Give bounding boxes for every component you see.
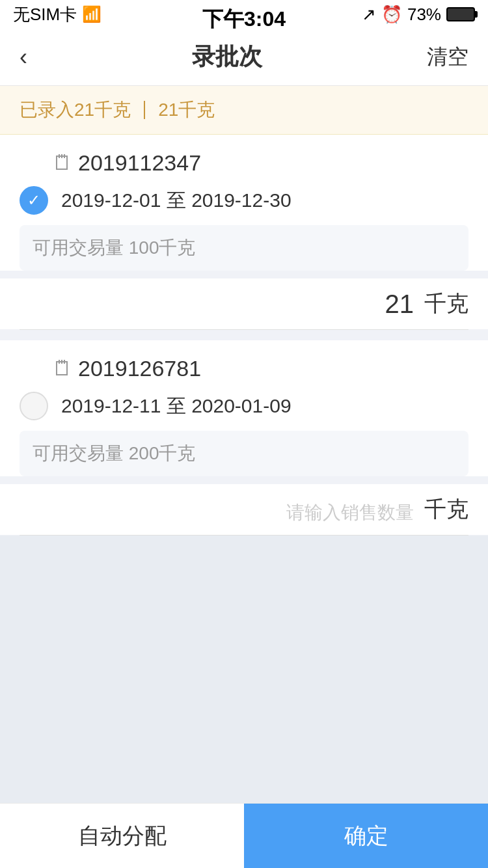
battery-text: 73% [407,5,441,25]
batch-card-2: 🗒 2019126781 2019-12-11 至 2020-01-09 可用交… [0,340,488,476]
nav-bar: ‹ 录批次 清空 [0,29,488,86]
batch-header-1: 🗒 2019112347 [0,135,488,181]
wifi-icon: 📶 [82,5,102,23]
batch-qty-label-1: 可用交易量 100千克 [33,236,196,260]
input-row-1: 千克 [0,278,488,329]
batch-id-2: 2019126781 [78,356,201,381]
batch-id-1: 2019112347 [78,150,201,176]
alarm-icon: ⏰ [381,5,402,25]
batch-qty-row-2: 可用交易量 200千克 [20,431,468,476]
section-sep-1 [0,330,488,340]
info-divider [144,101,145,119]
recorded-amount: 已录入21千克 [20,98,131,122]
page-title: 录批次 [192,41,262,73]
batch-date-1: 2019-12-01 至 2019-12-30 [61,187,291,214]
batch-date-2: 2019-12-11 至 2020-01-09 [61,393,291,420]
carrier-text: 无SIM卡 [13,3,77,26]
batch-row-2: 2019-12-11 至 2020-01-09 [0,387,488,426]
input-row-2: 千克 [0,484,488,535]
back-button[interactable]: ‹ [20,44,27,71]
batch-card-1: 🗒 2019112347 2019-12-01 至 2019-12-30 可用交… [0,135,488,271]
battery-icon [446,7,475,21]
qty-unit-2: 千克 [424,495,468,524]
gray-filler [0,536,488,848]
clear-button[interactable]: 清空 [427,43,468,72]
status-right: ↗ ⏰ 73% [362,5,475,25]
batch-qty-row-1: 可用交易量 100千克 [20,225,468,271]
status-carrier: 无SIM卡 📶 [13,3,102,26]
status-bar: 无SIM卡 📶 下午3:04 ↗ ⏰ 73% [0,0,488,29]
qty-unit-1: 千克 [424,289,468,319]
qty-input-1[interactable] [284,290,414,319]
batch-header-2: 🗒 2019126781 [0,340,488,387]
content-area: 🗒 2019112347 2019-12-01 至 2019-12-30 可用交… [0,135,488,848]
status-time: 下午3:04 [202,5,286,34]
batch-row-1: 2019-12-01 至 2019-12-30 [0,181,488,220]
bottom-bar: 自动分配 确定 [0,803,488,868]
radio-btn-1[interactable] [20,186,48,215]
confirm-button[interactable]: 确定 [244,804,488,868]
info-banner: 已录入21千克 21千克 [0,86,488,135]
location-icon: ↗ [362,5,376,25]
batch-doc-icon-2: 🗒 [52,357,73,381]
auto-distribute-button[interactable]: 自动分配 [0,804,244,868]
total-amount: 21千克 [158,98,215,122]
radio-btn-2[interactable] [20,392,48,420]
batch-doc-icon-1: 🗒 [52,151,73,175]
qty-input-2[interactable] [284,495,414,524]
batch-qty-label-2: 可用交易量 200千克 [33,441,196,466]
